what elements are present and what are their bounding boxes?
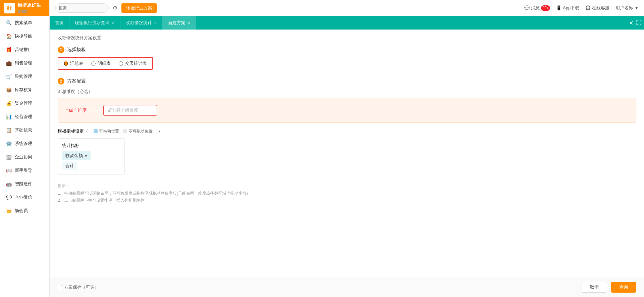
indicators-header: 模板指标设定（ 可拖动位置 不可拖动位置 ） bbox=[58, 128, 636, 134]
radio-detail-label: 明细表 bbox=[98, 60, 111, 66]
sidebar-item-enterprise-wechat[interactable]: 💬 企业微信 bbox=[0, 191, 49, 204]
sidebar-label-members: 畅会员 bbox=[15, 208, 28, 214]
legend-draggable-label: 可拖动位置 bbox=[99, 129, 119, 134]
tips-area: 提示： 1、拖动标题栏可以调整布局，不可跨维度或指标区域拖动栏目字段(只能在同一… bbox=[58, 183, 636, 204]
service-icon: 🎧 bbox=[585, 5, 591, 10]
gear-icon[interactable]: ⚙ bbox=[113, 5, 117, 11]
tips-title: 提示： bbox=[58, 184, 70, 188]
sidebar-logo: 好 畅捷通好生 标准版 bbox=[0, 0, 49, 16]
radio-summary[interactable]: 汇总表 bbox=[64, 60, 83, 66]
topbar-left: ⚙ 体验行业方案 bbox=[55, 3, 157, 13]
search-input[interactable] bbox=[55, 3, 109, 13]
sidebar-item-marketing[interactable]: 🎁 营销推广 bbox=[0, 43, 49, 56]
tab-home[interactable]: 首页 bbox=[50, 16, 69, 30]
sidebar-item-purchase[interactable]: 🛒 采购管理 bbox=[0, 70, 49, 83]
tabbar-right: ✕ ⛶ bbox=[629, 16, 644, 30]
sidebar-label-system: 系统管理 bbox=[15, 141, 32, 147]
sidebar-label-basic-info: 基础信息 bbox=[15, 127, 32, 133]
cancel-button[interactable]: 取消 bbox=[582, 282, 607, 293]
section-template: 1 选择模板 汇总表 明细表 bbox=[58, 46, 636, 70]
section-config: 2 方案配置 汇总维度（必选） * 纵向维度 —— 请选择分组维度 bbox=[58, 78, 636, 204]
sidebar-item-beginner[interactable]: 📖 新手引导 bbox=[0, 164, 49, 177]
save-label: 方案保存（可选） bbox=[64, 284, 99, 290]
download-icon: 📱 bbox=[556, 5, 561, 10]
tab-new-plan[interactable]: 新建方案 ✕ bbox=[163, 16, 196, 30]
content-wrapper: 收款情况统计方案设置 1 选择模板 汇总表 明细表 bbox=[50, 30, 644, 297]
indicator-tag-collection[interactable]: 收款金额 ▾ bbox=[62, 151, 91, 160]
operations-icon: 📊 bbox=[5, 113, 12, 120]
sidebar-label-smart-hw: 智能硬件 bbox=[15, 181, 32, 187]
industry-btn[interactable]: 体验行业方案 bbox=[121, 3, 157, 13]
indicators-legend: 可拖动位置 不可拖动位置 bbox=[94, 129, 153, 134]
topbar-right: 💬 消息 99+ 📱 App下载 🎧 在线客服 用户名称 ▼ bbox=[524, 5, 639, 11]
dimension-select[interactable]: 请选择分组维度 bbox=[103, 105, 157, 116]
radio-cross[interactable]: 交叉统计表 bbox=[119, 60, 147, 66]
dimension-group-label: 汇总维度（必选） bbox=[58, 89, 636, 95]
user-name: 用户名称 bbox=[615, 5, 633, 11]
basic-info-icon: 📋 bbox=[5, 127, 12, 134]
sidebar-item-search-menu[interactable]: 🔍 搜索菜单 bbox=[0, 16, 49, 30]
sidebar-item-members[interactable]: 👑 畅会员 bbox=[0, 204, 49, 217]
beginner-icon: 📖 bbox=[5, 167, 12, 174]
subtotal-label: 合计 bbox=[62, 161, 77, 170]
section1-header: 1 选择模板 bbox=[58, 46, 636, 53]
dimension-placeholder: 请选择分组维度 bbox=[108, 108, 138, 113]
sidebar-item-quick-nav[interactable]: 🏠 快捷导航 bbox=[0, 30, 49, 43]
sidebar-label-operations: 经营管理 bbox=[15, 114, 32, 120]
sidebar-label-enterprise-collab: 企业协同 bbox=[15, 154, 32, 160]
sidebar-item-enterprise-collab[interactable]: 🏢 企业协同 bbox=[0, 150, 49, 164]
main-area: ⚙ 体验行业方案 💬 消息 99+ 📱 App下载 🎧 在线客服 用户名称 ▼ bbox=[50, 0, 644, 297]
legend-fixed: 不可拖动位置 bbox=[123, 129, 153, 134]
query-button[interactable]: 查询 bbox=[611, 282, 636, 293]
sidebar-item-smart-hw[interactable]: 🤖 智能硬件 bbox=[0, 177, 49, 191]
sales-icon: 💼 bbox=[5, 60, 12, 66]
user-info[interactable]: 用户名称 ▼ bbox=[615, 5, 639, 11]
app-download-btn[interactable]: 📱 App下载 bbox=[556, 5, 579, 11]
page-wrapper: 收款情况统计方案设置 1 选择模板 汇总表 明细表 bbox=[50, 30, 644, 277]
user-chevron-icon: ▼ bbox=[634, 5, 639, 10]
legend-fixed-box bbox=[123, 129, 127, 133]
legend-draggable: 可拖动位置 bbox=[94, 129, 119, 134]
tab-collection-stats[interactable]: 收款情况统计 ✕ bbox=[120, 16, 163, 30]
radio-summary-label: 汇总表 bbox=[70, 60, 83, 66]
tab-bank-flow-close[interactable]: ✕ bbox=[112, 21, 115, 25]
marketing-icon: 🎁 bbox=[5, 46, 12, 53]
section2-title: 方案配置 bbox=[67, 78, 86, 84]
tab-collection-stats-close[interactable]: ✕ bbox=[154, 21, 157, 25]
radio-cross-input[interactable] bbox=[119, 61, 123, 66]
indicators-title: 统计指标 bbox=[62, 143, 120, 149]
radio-detail[interactable]: 明细表 bbox=[91, 60, 111, 66]
radio-detail-input[interactable] bbox=[91, 61, 96, 66]
tab-collection-stats-label: 收款情况统计 bbox=[126, 20, 152, 26]
enterprise-collab-icon: 🏢 bbox=[5, 154, 12, 160]
indicators-label: 模板指标设定（ bbox=[58, 128, 88, 134]
sidebar-item-operations[interactable]: 📊 经营管理 bbox=[0, 110, 49, 123]
sidebar-item-basic-info[interactable]: 📋 基础信息 bbox=[0, 123, 49, 137]
indicator-tag-label: 收款金额 bbox=[65, 153, 83, 159]
sidebar-item-sales[interactable]: 💼 销售管理 bbox=[0, 56, 49, 70]
message-btn[interactable]: 💬 消息 99+ bbox=[524, 5, 550, 11]
save-option[interactable]: 方案保存（可选） bbox=[58, 284, 99, 290]
system-icon: ⚙️ bbox=[5, 140, 12, 147]
sidebar-item-system[interactable]: ⚙️ 系统管理 bbox=[0, 137, 49, 150]
footer-buttons: 取消 查询 bbox=[582, 282, 636, 293]
tip-line-1: 1、拖动标题栏可以调整布局，不可跨维度或指标区域拖动栏目字段(只能在同一维度或指… bbox=[58, 190, 636, 197]
tab-bank-flow[interactable]: 现金银行流水查询 ✕ bbox=[69, 16, 120, 30]
service-btn[interactable]: 🎧 在线客服 bbox=[585, 5, 609, 11]
message-label: 消息 bbox=[531, 5, 540, 11]
service-label: 在线客服 bbox=[592, 5, 609, 11]
page-footer: 方案保存（可选） 取消 查询 bbox=[50, 277, 644, 297]
tab-maximize-icon[interactable]: ⛶ bbox=[636, 20, 641, 26]
tab-new-plan-close[interactable]: ✕ bbox=[187, 21, 191, 25]
radio-summary-input[interactable] bbox=[64, 61, 68, 66]
indicators-panel: 统计指标 收款金额 ▾ 合计 bbox=[58, 138, 125, 175]
members-icon: 👑 bbox=[5, 207, 12, 214]
sidebar-item-finance[interactable]: 💰 资金管理 bbox=[0, 97, 49, 110]
indicator-chevron-icon: ▾ bbox=[85, 153, 87, 158]
save-checkbox[interactable] bbox=[58, 285, 62, 289]
indicators-label-close: ） bbox=[158, 128, 162, 134]
logo-sub: 标准版 bbox=[17, 9, 41, 14]
tab-close-all-icon[interactable]: ✕ bbox=[629, 20, 633, 26]
sidebar-item-inventory[interactable]: 📦 库存核算 bbox=[0, 83, 49, 97]
tab-new-plan-label: 新建方案 bbox=[168, 20, 185, 26]
